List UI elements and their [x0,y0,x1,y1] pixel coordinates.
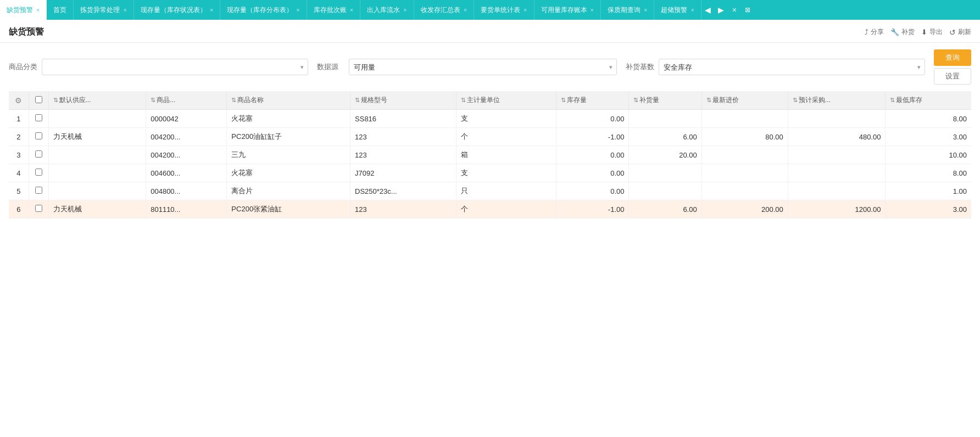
row-num: 5 [9,182,29,200]
tab-close-icon[interactable]: × [210,7,213,13]
th-replenish[interactable]: ⇅补货量 [629,91,701,110]
tab-label: 库存批次账 [314,5,347,15]
row-replenish [629,164,701,182]
tab-available-ledger[interactable]: 可用量库存账本 × [534,0,601,20]
row-spec: SS816 [350,110,456,128]
tab-overstock-warn[interactable]: 超储预警 × [654,0,701,20]
tab-close-icon[interactable]: × [36,7,40,13]
tab-close-icon[interactable]: × [591,7,594,13]
tab-abnormal[interactable]: 拣货异常处理 × [74,0,133,20]
replenish-base-filter: 补货基数 安全库存 最低库存 ▾ [626,59,925,75]
row-unit: 个 [456,200,556,218]
row-min-stock: 8.00 [886,110,971,128]
tab-batch-account[interactable]: 库存批次账 × [307,0,360,20]
replenish-button[interactable]: 🔧 补货 [890,27,915,37]
tab-close-icon[interactable]: × [350,7,353,13]
row-checkbox-cell [29,164,48,182]
share-button[interactable]: ⤴ 分享 [865,27,884,37]
th-unit[interactable]: ⇅主计量单位 [456,91,556,110]
row-replenish: 6.00 [629,200,701,218]
tab-label: 出入库流水 [367,5,400,15]
th-min-stock[interactable]: ⇅最低库存 [886,91,971,110]
row-latest-price: 200.00 [701,200,788,218]
page-title: 缺货预警 [9,26,44,38]
row-stock: 0.00 [556,146,629,164]
row-est-purchase [788,164,886,182]
row-supplier: 力天机械 [48,128,146,146]
th-est-purchase[interactable]: ⇅预计采购... [788,91,886,110]
select-all-checkbox[interactable] [35,96,42,103]
tab-close-icon[interactable]: × [464,7,467,13]
category-select[interactable] [42,59,308,75]
row-checkbox[interactable] [35,132,42,139]
tab-close-all-button[interactable]: ⊠ [741,0,754,20]
tab-requisition-stat[interactable]: 要货单统计表 × [474,0,534,20]
sort-icon: ⇅ [890,97,895,103]
row-checkbox[interactable] [35,114,42,121]
row-name: PC200张紧油缸 [227,200,350,218]
table-header-row: ⚙ ⇅默认供应... ⇅商品... ⇅商品名称 ⇅规格型号 [9,91,971,110]
row-code: 004600... [146,164,227,182]
sort-icon: ⇅ [706,97,711,103]
row-name: 三九 [227,146,350,164]
row-checkbox[interactable] [35,169,42,176]
tab-next-button[interactable]: ▶ [715,0,728,20]
tab-label: 首页 [53,5,66,15]
category-filter: 商品分类 ▾ [9,59,308,75]
tab-prev-button[interactable]: ◀ [701,0,715,20]
th-code[interactable]: ⇅商品... [146,91,227,110]
query-button[interactable]: 查询 [934,49,971,66]
row-spec: 123 [350,200,456,218]
th-supplier[interactable]: ⇅默认供应... [48,91,146,110]
replenish-label: 补货 [901,27,915,37]
settings-button[interactable]: 设置 [934,68,971,85]
tab-inventory-status[interactable]: 现存量（库存状况表） × [134,0,220,20]
row-min-stock: 3.00 [886,128,971,146]
table-row: 3 004200... 三九 123 箱 0.00 20.00 10.00 [9,146,971,164]
sort-icon: ⇅ [793,97,798,103]
row-name: 火花塞 [227,110,350,128]
row-latest-price [701,164,788,182]
tab-close-icon[interactable]: × [524,7,527,13]
tab-close-icon[interactable]: × [123,7,126,13]
gear-icon[interactable]: ⚙ [15,96,22,105]
refresh-label: 刷新 [958,27,971,37]
th-latest-price[interactable]: ⇅最新进价 [701,91,788,110]
tab-home[interactable]: 首页 [47,0,74,20]
refresh-icon: ↺ [949,28,956,37]
tab-close-icon[interactable]: × [644,7,647,13]
header-actions: ⤴ 分享 🔧 补货 ⬇ 导出 ↺ 刷新 [865,27,971,37]
tab-expiry-query[interactable]: 保质期查询 × [601,0,654,20]
tab-collect-summary[interactable]: 收发存汇总表 × [414,0,474,20]
row-latest-price: 80.00 [701,128,788,146]
refresh-button[interactable]: ↺ 刷新 [949,27,971,37]
tab-close-icon[interactable]: × [691,7,694,13]
row-name: 离合片 [227,182,350,200]
th-settings: ⚙ [9,91,29,110]
row-unit: 只 [456,182,556,200]
row-name: PC200油缸缸子 [227,128,350,146]
row-name: 火花塞 [227,164,350,182]
row-checkbox[interactable] [35,150,42,158]
th-stock[interactable]: ⇅库存量 [556,91,629,110]
export-button[interactable]: ⬇ 导出 [921,27,943,37]
tab-shortage-warn[interactable]: 缺货预警 × [0,0,47,20]
tab-inventory-dist[interactable]: 现存量（库存分布表） × [220,0,307,20]
row-checkbox[interactable] [35,187,42,194]
th-spec[interactable]: ⇅规格型号 [350,91,456,110]
tab-label: 拣货异常处理 [80,5,120,15]
row-min-stock: 10.00 [886,146,971,164]
th-name[interactable]: ⇅商品名称 [227,91,350,110]
row-code: 004800... [146,182,227,200]
tab-close-current-button[interactable]: × [728,0,741,20]
tab-close-icon[interactable]: × [403,7,407,13]
replenish-base-select[interactable]: 安全库存 最低库存 [659,59,925,75]
row-supplier [48,110,146,128]
row-checkbox[interactable] [35,205,42,212]
tab-inout-flow[interactable]: 出入库流水 × [360,0,414,20]
sort-icon: ⇅ [151,97,155,103]
tab-close-icon[interactable]: × [296,7,299,13]
row-checkbox-cell [29,146,48,164]
datasource-select[interactable]: 可用量 库存量 [349,59,616,75]
sort-icon: ⇅ [231,97,236,103]
